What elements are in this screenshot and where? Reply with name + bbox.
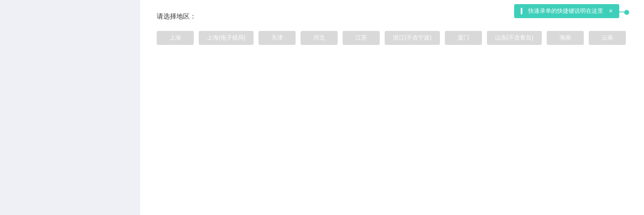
tooltip-dot <box>624 10 629 15</box>
region-button-shanghai-etax[interactable]: 上海(电子税局) <box>199 31 254 45</box>
region-button-shandong[interactable]: 山东(不含青岛) <box>487 31 542 45</box>
tooltip-line <box>619 12 624 12</box>
region-button-hainan[interactable]: 海南 <box>547 31 584 45</box>
region-button-jiangsu[interactable]: 江苏 <box>343 31 380 45</box>
region-button-zhejiang[interactable]: 浙江(不含宁波) <box>385 31 440 45</box>
left-sidebar <box>0 0 140 215</box>
main-content: 请选择地区： 上海上海(电子税局)天津河北江苏浙江(不含宁波)厦门山东(不含青岛… <box>140 0 644 215</box>
region-button-shanghai[interactable]: 上海 <box>157 31 194 45</box>
tooltip-text: 快速录单的快捷键说明在这里 <box>528 7 603 15</box>
tooltip-banner: 快速录单的快捷键说明在这里 × <box>514 4 619 18</box>
region-button-xiamen[interactable]: 厦门 <box>445 31 482 45</box>
region-button-hebei[interactable]: 河北 <box>301 31 338 45</box>
region-button-yunnan[interactable]: 云南 <box>589 31 626 45</box>
tooltip-close-button[interactable]: × <box>609 7 613 15</box>
region-buttons: 上海上海(电子税局)天津河北江苏浙江(不含宁波)厦门山东(不含青岛)海南云南 <box>157 31 628 45</box>
tooltip-bar <box>521 8 522 14</box>
region-button-tianjin[interactable]: 天津 <box>259 31 296 45</box>
